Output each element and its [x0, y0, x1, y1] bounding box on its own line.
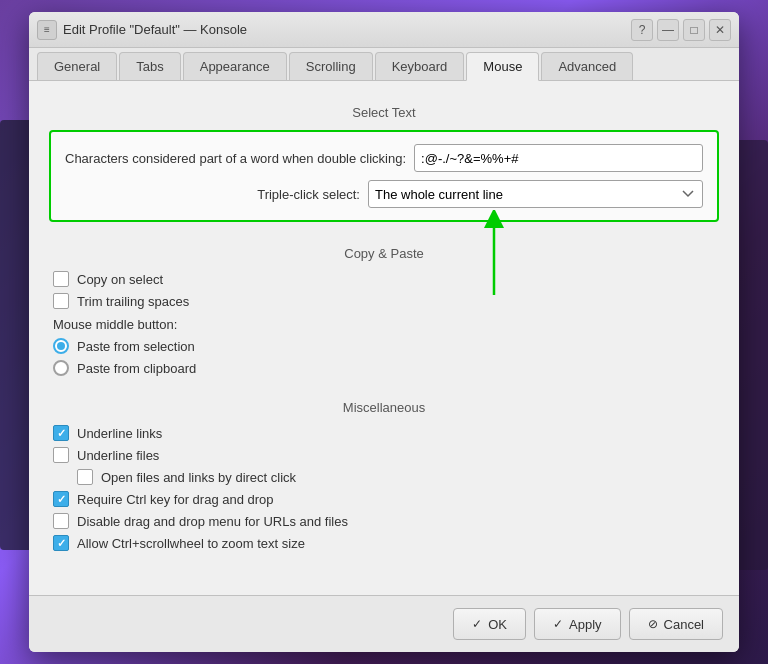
triple-click-label: Triple-click select:: [65, 187, 360, 202]
apply-icon: ✓: [553, 617, 563, 631]
trim-trailing-row: Trim trailing spaces: [49, 293, 719, 309]
word-chars-input[interactable]: [414, 144, 703, 172]
word-chars-row: Characters considered part of a word whe…: [65, 144, 703, 172]
underline-links-row: Underline links: [49, 425, 719, 441]
trim-trailing-checkbox[interactable]: [53, 293, 69, 309]
open-files-row: Open files and links by direct click: [49, 469, 719, 485]
trim-trailing-label: Trim trailing spaces: [77, 294, 189, 309]
disable-drag-checkbox[interactable]: [53, 513, 69, 529]
tab-bar: General Tabs Appearance Scrolling Keyboa…: [29, 48, 739, 81]
menu-button[interactable]: ≡: [37, 20, 57, 40]
underline-files-label: Underline files: [77, 448, 159, 463]
button-bar: ✓ OK ✓ Apply ⊘ Cancel: [29, 595, 739, 652]
tab-advanced[interactable]: Advanced: [541, 52, 633, 80]
middle-button-label: Mouse middle button:: [53, 317, 719, 332]
copy-on-select-checkbox[interactable]: [53, 271, 69, 287]
miscellaneous-label: Miscellaneous: [49, 400, 719, 415]
main-content: Select Text Characters considered part o…: [29, 81, 739, 595]
paste-clipboard-row: Paste from clipboard: [49, 360, 719, 376]
cancel-label: Cancel: [664, 617, 704, 632]
underline-files-row: Underline files: [49, 447, 719, 463]
maximize-button[interactable]: □: [683, 19, 705, 41]
disable-drag-label: Disable drag and drop menu for URLs and …: [77, 514, 348, 529]
copy-on-select-row: Copy on select: [49, 271, 719, 287]
ctrl-scroll-checkbox[interactable]: [53, 535, 69, 551]
tab-appearance[interactable]: Appearance: [183, 52, 287, 80]
paste-selection-radio[interactable]: [53, 338, 69, 354]
select-text-label: Select Text: [49, 105, 719, 120]
ctrl-scroll-row: Allow Ctrl+scrollwheel to zoom text size: [49, 535, 719, 551]
paste-clipboard-label: Paste from clipboard: [77, 361, 196, 376]
apply-label: Apply: [569, 617, 602, 632]
open-files-checkbox[interactable]: [77, 469, 93, 485]
ok-icon: ✓: [472, 617, 482, 631]
ctrl-drag-row: Require Ctrl key for drag and drop: [49, 491, 719, 507]
tab-scrolling[interactable]: Scrolling: [289, 52, 373, 80]
word-chars-label: Characters considered part of a word whe…: [65, 151, 406, 166]
close-button[interactable]: ✕: [709, 19, 731, 41]
disable-drag-row: Disable drag and drop menu for URLs and …: [49, 513, 719, 529]
dialog: ≡ Edit Profile "Default" — Konsole ? — □…: [29, 12, 739, 652]
minimize-button[interactable]: —: [657, 19, 679, 41]
help-button[interactable]: ?: [631, 19, 653, 41]
underline-links-checkbox[interactable]: [53, 425, 69, 441]
paste-clipboard-radio[interactable]: [53, 360, 69, 376]
tab-keyboard[interactable]: Keyboard: [375, 52, 465, 80]
underline-files-checkbox[interactable]: [53, 447, 69, 463]
ctrl-drag-label: Require Ctrl key for drag and drop: [77, 492, 274, 507]
ctrl-scroll-label: Allow Ctrl+scrollwheel to zoom text size: [77, 536, 305, 551]
underline-links-label: Underline links: [77, 426, 162, 441]
paste-selection-row: Paste from selection: [49, 338, 719, 354]
tab-mouse[interactable]: Mouse: [466, 52, 539, 81]
window-title: Edit Profile "Default" — Konsole: [63, 22, 247, 37]
apply-button[interactable]: ✓ Apply: [534, 608, 621, 640]
paste-selection-label: Paste from selection: [77, 339, 195, 354]
cancel-icon: ⊘: [648, 617, 658, 631]
title-bar: ≡ Edit Profile "Default" — Konsole ? — □…: [29, 12, 739, 48]
copy-on-select-label: Copy on select: [77, 272, 163, 287]
tab-general[interactable]: General: [37, 52, 117, 80]
ok-label: OK: [488, 617, 507, 632]
triple-click-row: Triple-click select: The whole current l…: [65, 180, 703, 208]
triple-click-select[interactable]: The whole current line From click point …: [368, 180, 703, 208]
copy-paste-label: Copy & Paste: [49, 246, 719, 261]
ok-button[interactable]: ✓ OK: [453, 608, 526, 640]
tab-tabs[interactable]: Tabs: [119, 52, 180, 80]
select-text-box: Characters considered part of a word whe…: [49, 130, 719, 222]
miscellaneous-section: Miscellaneous Underline links Underline …: [49, 392, 719, 557]
open-files-label: Open files and links by direct click: [101, 470, 296, 485]
ctrl-drag-checkbox[interactable]: [53, 491, 69, 507]
copy-paste-section: Copy & Paste Copy on select Trim trailin…: [49, 238, 719, 382]
cancel-button[interactable]: ⊘ Cancel: [629, 608, 723, 640]
